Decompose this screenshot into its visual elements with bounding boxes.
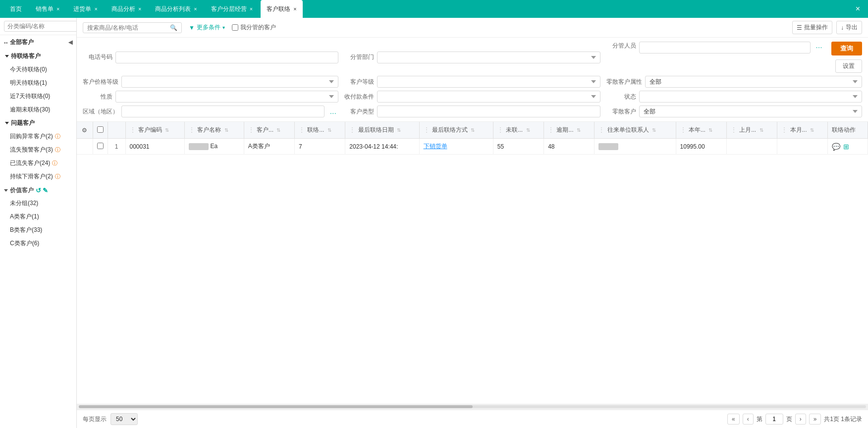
sidebar-item-overdue-contact[interactable]: 逾期未联络(30) xyxy=(0,103,76,116)
nav-customer-contact[interactable]: 客户联络 × xyxy=(261,0,302,18)
last-method-link[interactable]: 下销货单 xyxy=(424,143,447,150)
sidebar-value-customers-header[interactable]: 价值客户 ↺ ✎ xyxy=(0,183,76,197)
customer-level-select[interactable] xyxy=(377,76,600,88)
sort-overdue-icon[interactable]: ⇅ xyxy=(577,127,581,133)
sort-lastmonth-icon[interactable]: ⇅ xyxy=(760,127,763,133)
col-this-year[interactable]: ⋮ 本年... ⇅ xyxy=(676,122,726,139)
sidebar-item-tomorrow-contact[interactable]: 明天待联络(1) xyxy=(0,76,76,90)
nav-product-analysis-list-close[interactable]: × xyxy=(194,0,197,18)
sidebar-item-a-class[interactable]: A类客户(1) xyxy=(0,210,76,223)
price-level-select[interactable] xyxy=(121,76,338,88)
query-btn[interactable]: 查询 xyxy=(831,42,862,55)
sidebar-search-input[interactable] xyxy=(4,21,77,32)
sidebar-item-today-contact[interactable]: 今天待联络(0) xyxy=(0,63,76,76)
col-last-method[interactable]: ⋮ 最后联络方式 ⇅ xyxy=(419,122,493,139)
col-type[interactable]: ⋮ 客户... ⇅ xyxy=(244,122,294,139)
col-no-contact[interactable]: ⋮ 未联... ⇅ xyxy=(493,122,543,139)
filter-search-input[interactable] xyxy=(87,24,168,31)
sort-contact-icon[interactable]: ⇅ xyxy=(327,127,331,133)
region-dots-icon[interactable]: … xyxy=(327,107,338,115)
scrollbar-thumb[interactable] xyxy=(79,405,473,408)
sidebar-item-no-group[interactable]: 未分组(32) xyxy=(0,197,76,210)
sidebar-item-churn-warning[interactable]: 流失预警客户(3) ⓘ xyxy=(0,143,76,157)
next-page-btn[interactable]: › xyxy=(795,414,806,425)
manager-label: 分管人员 xyxy=(606,42,636,50)
export-btn[interactable]: ↓ 导出 xyxy=(836,21,862,34)
phone-input[interactable] xyxy=(115,52,338,63)
sidebar-item-churned[interactable]: 已流失客户(24) ⓘ xyxy=(0,157,76,170)
nav-customer-contact-close[interactable]: × xyxy=(293,0,296,18)
manager-dots-icon[interactable]: … xyxy=(814,42,824,50)
sort-name-icon[interactable]: ⇅ xyxy=(224,127,228,133)
col-contact[interactable]: ⋮ 联络... ⇅ xyxy=(294,122,345,139)
sort-nocontact-icon[interactable]: ⇅ xyxy=(526,127,530,133)
nav-product-analysis[interactable]: 商品分析 × xyxy=(106,0,147,18)
value-customers-refresh-icon[interactable]: ↺ xyxy=(36,187,41,194)
manager-input[interactable] xyxy=(639,42,811,54)
nature-select[interactable] xyxy=(115,91,338,103)
chat-icon[interactable]: 💬 xyxy=(832,143,840,151)
page-number-input[interactable] xyxy=(765,414,783,425)
row-last-date: 2023-04-12 14:44: xyxy=(345,139,419,155)
nav-sales[interactable]: 销售单 × xyxy=(30,0,65,18)
qrcode-icon[interactable]: ⊞ xyxy=(843,143,849,151)
settings-btn[interactable]: 设置 xyxy=(835,59,862,73)
prev-page-btn[interactable]: ‹ xyxy=(743,414,754,425)
nav-product-analysis-close[interactable]: × xyxy=(138,0,141,18)
sidebar-item-b-class[interactable]: B类客户(33) xyxy=(0,223,76,237)
filter-search-icon[interactable]: 🔍 xyxy=(170,24,177,31)
customer-type-input[interactable] xyxy=(377,106,600,117)
window-close-button[interactable]: × xyxy=(852,4,864,13)
nav-purchase[interactable]: 进货单 × xyxy=(67,0,103,18)
col-name[interactable]: ⋮ 客户名称 ⇅ xyxy=(185,122,244,139)
sort-code-icon[interactable]: ⇅ xyxy=(165,127,169,133)
sort-type-icon[interactable]: ⇅ xyxy=(276,127,280,133)
sort-lastdate-icon[interactable]: ⇅ xyxy=(397,127,401,133)
sidebar-all-customers[interactable]: ▪▪ 全部客户 ◀ xyxy=(0,35,76,50)
sort-thisyear-icon[interactable]: ⇅ xyxy=(708,127,712,133)
sidebar-item-repurchase-abnormal[interactable]: 回购异常客户(2) ⓘ xyxy=(0,130,76,143)
nav-home[interactable]: 首页 xyxy=(4,0,28,18)
col-last-month[interactable]: ⋮ 上月... ⇅ xyxy=(726,122,777,139)
row-checkbox[interactable] xyxy=(97,143,104,149)
col-unit-contact[interactable]: ⋮ 往来单位联系人 ⇅ xyxy=(595,122,676,139)
col-last-date[interactable]: ⋮ 最后联络日期 ⇅ xyxy=(345,122,419,139)
sidebar-pending-contact[interactable]: 待联络客户 xyxy=(0,50,76,63)
batch-op-btn[interactable]: ☰ 批量操作 xyxy=(792,21,832,34)
filter-row-phone: 电话号码 xyxy=(83,42,338,73)
sparse-select[interactable]: 全部 xyxy=(639,106,862,117)
my-customers-check[interactable] xyxy=(232,24,238,31)
sidebar-problem-customers[interactable]: 问题客户 xyxy=(0,116,76,130)
col-code[interactable]: ⋮ 客户编码 ⇅ xyxy=(125,122,185,139)
nav-customer-segment-close[interactable]: × xyxy=(250,0,253,18)
dept-select[interactable] xyxy=(377,52,600,63)
nav-product-analysis-list[interactable]: 商品分析列表 × xyxy=(149,0,203,18)
status-select[interactable] xyxy=(639,91,862,103)
col-gear[interactable]: ⚙ xyxy=(77,122,93,139)
payment-select[interactable] xyxy=(377,91,600,103)
sidebar-collapse-icon[interactable]: ◀ xyxy=(68,39,72,46)
region-input[interactable] xyxy=(121,106,325,117)
sparse-attr-select[interactable]: 全部 xyxy=(645,76,862,88)
nav-sales-close[interactable]: × xyxy=(56,0,59,18)
horizontal-scrollbar[interactable] xyxy=(77,404,868,410)
more-conditions-btn[interactable]: ▼ 更多条件 ▾ xyxy=(186,22,228,33)
first-page-btn[interactable]: « xyxy=(727,414,740,425)
select-all-checkbox[interactable] xyxy=(97,126,104,133)
sidebar-item-declining[interactable]: 持续下滑客户(2) ⓘ xyxy=(0,170,76,183)
my-customers-checkbox[interactable]: 我分管的客户 xyxy=(232,23,276,32)
footer-right: « ‹ 第 页 › » 共1页 1条记录 xyxy=(727,414,862,425)
last-page-btn[interactable]: » xyxy=(809,414,821,425)
sidebar-item-c-class[interactable]: C类客户(6) xyxy=(0,237,76,250)
nav-customer-segment[interactable]: 客户分层经营 × xyxy=(205,0,259,18)
page-size-select[interactable]: 50 100 200 xyxy=(110,413,138,425)
sidebar-item-7days-contact[interactable]: 近7天待联络(0) xyxy=(0,90,76,103)
value-customers-edit-icon[interactable]: ✎ xyxy=(43,187,48,194)
col-this-month[interactable]: ⋮ 本月... ⇅ xyxy=(777,122,828,139)
sort-lastmethod-icon[interactable]: ⇅ xyxy=(471,127,475,133)
row-type: A类客户 xyxy=(244,139,294,155)
nav-purchase-close[interactable]: × xyxy=(94,0,97,18)
sort-unitcontact-icon[interactable]: ⇅ xyxy=(652,127,656,133)
sort-thismonth-icon[interactable]: ⇅ xyxy=(810,127,814,133)
col-overdue[interactable]: ⋮ 逾期... ⇅ xyxy=(544,122,595,139)
